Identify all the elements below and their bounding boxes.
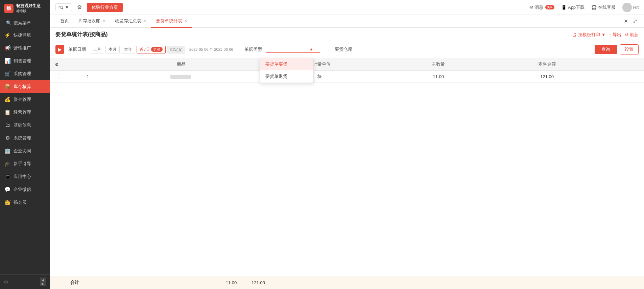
sidebar-item-wechat[interactable]: 💬 企业微信 (0, 183, 50, 196)
sidebar-item-finance[interactable]: 💰 资金管理 (0, 93, 50, 106)
user-avatar (622, 3, 632, 12)
sidebar-item-base-info[interactable]: 🗂 基础信息 (0, 119, 50, 132)
tab-requisition-stats[interactable]: 要货单统计表 ✕ (151, 15, 192, 28)
td-amount: 121.00 (487, 71, 606, 83)
page-actions: 🖨 按模板打印 ▼ ↑ 导出 ↺ 刷新 (572, 32, 639, 41)
type-filter-arrow-icon[interactable]: ▲ (309, 47, 313, 51)
sidebar-item-label: 企业微信 (14, 186, 31, 193)
sidebar-logo: 畅 畅捷通好生意 标准版 (0, 0, 50, 17)
td-quantity: 11.00 (389, 71, 487, 83)
th-settings[interactable]: ⚙ (50, 58, 64, 71)
sidebar-collapse-btn[interactable]: ◀▶ (40, 277, 46, 286)
search-menu[interactable]: 🔍 搜索菜单 (0, 17, 50, 29)
filter-toggle-btn[interactable]: ▶ (55, 45, 64, 54)
template-print-arrow[interactable]: ▼ (601, 32, 606, 37)
filter-divider (239, 45, 239, 53)
export-btn[interactable]: ↑ 导出 (609, 32, 622, 38)
sidebar-item-system[interactable]: ⚙ 系统管理 (0, 132, 50, 144)
tab-batch-account[interactable]: 库存批次账 ✕ (74, 15, 110, 28)
filter-more-icon[interactable]: ··· (327, 47, 331, 52)
date-btn-group: 上月 本月 本年 近7天 更多 自定义 (90, 46, 185, 53)
setting-button[interactable]: 设置 (620, 44, 639, 54)
sidebar-item-label: 系统管理 (14, 135, 31, 141)
footer-label: 合计 (55, 280, 123, 286)
settings-bottom-icon[interactable]: ⚙ (4, 280, 8, 285)
data-table: ⚙ 商品 主计量单位 主数量 零售金额 1 (50, 58, 644, 83)
sidebar-item-quick-nav[interactable]: ⚡ 快捷导航 (0, 29, 50, 42)
type-filter-input[interactable] (267, 47, 308, 52)
tab-batch-account-close[interactable]: ✕ (102, 19, 105, 23)
tab-close-all-btn[interactable]: ✕ (622, 17, 629, 25)
sidebar-item-label: 畅会员 (14, 199, 27, 205)
sidebar-item-label: 基础信息 (14, 122, 31, 128)
message-icon: ✉ (529, 5, 533, 10)
sidebar-item-marketing[interactable]: 📢 营销推广 (0, 42, 50, 54)
sidebar-item-app-center[interactable]: 📱 应用中心 (0, 170, 50, 183)
topbar-right: ✉ 消息 99+ 📱 App下载 🎧 在线客服 Rit (529, 3, 639, 12)
inventory-icon: 📦 (4, 83, 11, 90)
tabs-actions: ✕ ⤢ (622, 17, 639, 25)
more-badge: 更多 (151, 47, 163, 52)
sidebar-item-guide[interactable]: 🎓 新手引导 (0, 157, 50, 170)
online-service-btn[interactable]: 🎧 在线客服 (591, 4, 616, 10)
sidebar-item-inventory[interactable]: 📦 库存核算 (0, 80, 50, 93)
tab-collection-summary[interactable]: 收发存汇总表 ✕ (110, 15, 151, 28)
guide-icon: 🎓 (4, 160, 11, 167)
sidebar-item-member[interactable]: 👑 畅会员 (0, 196, 50, 209)
sidebar-item-sales[interactable]: 📊 销售管理 (0, 54, 50, 67)
app-label: App下载 (568, 4, 585, 10)
refresh-btn[interactable]: ↺ 刷新 (625, 32, 639, 38)
user-profile-btn[interactable]: Rit (622, 3, 639, 12)
topbar-settings-btn[interactable]: ⚙ (75, 3, 84, 12)
type-dropdown: 要货单要货 要货单退货 (260, 58, 314, 83)
query-button[interactable]: 查询 (595, 45, 617, 54)
date-btn-current[interactable]: 本月 (105, 46, 120, 53)
date-btn-custom[interactable]: 自定义 (167, 46, 185, 53)
system-icon: ⚙ (4, 135, 11, 141)
sidebar-item-enterprise[interactable]: 🏢 企业协同 (0, 144, 50, 157)
messages-label: 消息 (534, 4, 543, 10)
th-quantity: 主数量 (389, 58, 487, 71)
logo-title: 畅捷通好生意 (16, 3, 41, 9)
sidebar-item-label: 采购管理 (14, 71, 31, 77)
td-checkbox[interactable] (50, 71, 64, 83)
sidebar-item-label: 销售管理 (14, 58, 31, 64)
sidebar-item-label: 营销推广 (14, 45, 31, 51)
date-btn-up[interactable]: 上月 (90, 46, 104, 53)
table-footer: 合计 11.00 121.00 (50, 276, 644, 289)
quick-nav-icon: ⚡ (4, 32, 11, 39)
footer-amount: 121.00 (245, 280, 272, 285)
app-download-btn[interactable]: 📱 App下载 (561, 4, 585, 10)
sales-icon: 📊 (4, 58, 11, 64)
user-name: Rit (633, 5, 639, 10)
th-index (64, 58, 112, 71)
date-btn-week[interactable]: 近7天 更多 (137, 46, 166, 53)
refresh-label: 刷新 (630, 32, 639, 38)
messages-btn[interactable]: ✉ 消息 99+ (529, 4, 554, 10)
dropdown-item-requisition-return[interactable]: 要货单退货 (260, 70, 313, 83)
table-header-row: ⚙ 商品 主计量单位 主数量 零售金额 (50, 58, 644, 71)
data-table-wrap: ⚙ 商品 主计量单位 主数量 零售金额 1 (50, 58, 644, 276)
sidebar-item-operations[interactable]: 📋 经营管理 (0, 106, 50, 119)
base-info-icon: 🗂 (4, 122, 11, 129)
tab-collection-summary-close[interactable]: ✕ (143, 19, 146, 23)
tab-home-label: 首页 (60, 18, 69, 24)
selector-value: 41 (58, 5, 63, 10)
date-btn-year[interactable]: 本年 (121, 46, 135, 53)
tab-home[interactable]: 首页 (55, 15, 74, 28)
sidebar-item-purchase[interactable]: 🛒 采购管理 (0, 67, 50, 80)
footer-total-label: 合计 (70, 280, 79, 285)
trial-industry-button[interactable]: 体验行业方案 (87, 3, 123, 12)
dropdown-item-requisition-order[interactable]: 要货单要货 (260, 58, 313, 70)
tab-requisition-stats-close[interactable]: ✕ (184, 19, 187, 23)
date-filter-label: 单据日期 (68, 46, 86, 52)
search-label: 搜索菜单 (14, 20, 31, 26)
sidebar-bottom: ⚙ ◀▶ (0, 274, 50, 289)
template-print-btn[interactable]: 🖨 按模板打印 ▼ (572, 32, 606, 38)
sidebar-nav: ⚡ 快捷导航 📢 营销推广 📊 销售管理 🛒 采购管理 📦 库存核算 💰 资金管… (0, 29, 50, 274)
type-filter-input-wrap: ▲ (266, 46, 320, 53)
tab-expand-btn[interactable]: ⤢ (631, 17, 639, 25)
topbar: 41 ▼ ⚙ 体验行业方案 ✉ 消息 99+ 📱 App下载 🎧 在线客服 R (50, 0, 644, 15)
company-selector[interactable]: 41 ▼ (55, 3, 72, 11)
page-content: 要货单统计表(按商品) 🖨 按模板打印 ▼ ↑ 导出 ↺ 刷新 ▶ (50, 28, 644, 289)
